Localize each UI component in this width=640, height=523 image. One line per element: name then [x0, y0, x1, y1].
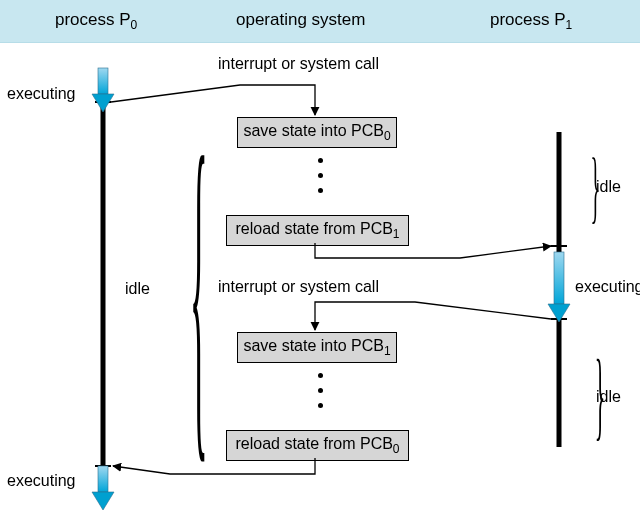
header-p1-text: process P	[490, 10, 566, 29]
box-reload-pcb1-text: reload state from PCB	[235, 220, 392, 237]
label-executing-bottom: executing	[7, 472, 76, 490]
label-interrupt-1: interrupt or system call	[218, 55, 379, 73]
header-p1-sub: 1	[566, 18, 573, 32]
box-save-pcb1: save state into PCB1	[237, 332, 397, 363]
box-save-pcb1-sub: 1	[384, 344, 391, 358]
header-os: operating system	[236, 10, 365, 30]
context-switch-diagram: process P0 operating system process P1 e…	[0, 0, 640, 523]
arrow-interrupt-1	[111, 85, 315, 115]
label-executing-top: executing	[7, 85, 76, 103]
header-p0-sub: 0	[131, 18, 138, 32]
ellipsis-2	[317, 373, 323, 408]
box-reload-pcb0: reload state from PCB0	[226, 430, 409, 461]
arrow-interrupt-2	[315, 302, 551, 330]
label-executing-right: executing	[575, 278, 640, 296]
header-p0-text: process P	[55, 10, 131, 29]
box-reload-pcb1-sub: 1	[393, 227, 400, 241]
box-save-pcb0-sub: 0	[384, 129, 391, 143]
svg-rect-6	[554, 252, 564, 304]
label-idle-left: idle	[125, 280, 150, 298]
box-save-pcb0: save state into PCB0	[237, 117, 397, 148]
arrow-executing-p1	[548, 252, 570, 322]
box-save-pcb1-text: save state into PCB	[243, 337, 384, 354]
header-p0: process P0	[55, 10, 137, 32]
ellipsis-1	[317, 158, 323, 193]
svg-rect-5	[98, 466, 108, 492]
svg-rect-4	[98, 68, 108, 94]
box-save-pcb0-text: save state into PCB	[243, 122, 384, 139]
box-reload-pcb0-text: reload state from PCB	[235, 435, 392, 452]
label-interrupt-2: interrupt or system call	[218, 278, 379, 296]
box-reload-pcb0-sub: 0	[393, 442, 400, 456]
header-p1: process P1	[490, 10, 572, 32]
arrow-executing-p0-top	[92, 68, 114, 112]
arrow-executing-p0-bottom	[92, 466, 114, 510]
box-reload-pcb1: reload state from PCB1	[226, 215, 409, 246]
